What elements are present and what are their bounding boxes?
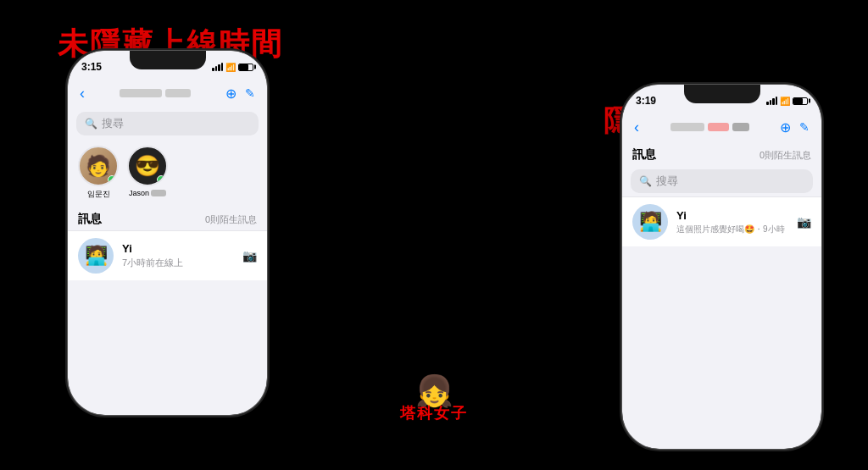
compose-icon-right[interactable]: ⊕	[780, 119, 791, 135]
msg-content-right: Yi 這個照片感覺好喝🤩・9小時	[676, 209, 788, 235]
edit-icon-right[interactable]: ✎	[799, 120, 810, 134]
edit-icon-left[interactable]: ✎	[245, 86, 255, 100]
phone-right: 3:19 📶 ‹	[622, 85, 821, 449]
nav-actions-left: ⊕ ✎	[225, 86, 255, 102]
online-dot-2	[157, 175, 165, 184]
message-row-left[interactable]: 🧑‍💻 Yi 7小時前在線上 📷	[68, 230, 267, 280]
back-button-right[interactable]: ‹	[634, 119, 639, 136]
scene: 未隱藏上線時間 隱藏上線時間後 3:15 📶	[0, 0, 868, 470]
section-header-right: 訊息 0則陌生訊息	[622, 146, 821, 166]
compose-icon-left[interactable]: ⊕	[225, 86, 236, 102]
section-title-right: 訊息	[632, 147, 656, 163]
nav-title-left	[120, 89, 191, 97]
msg-avatar-right: 🧑‍💻	[632, 204, 668, 240]
msg-avatar-left: 🧑‍💻	[78, 238, 114, 274]
section-sub-left: 0則陌生訊息	[205, 213, 257, 226]
notch-right	[684, 85, 760, 103]
story-item-2[interactable]: 😎 Jason	[127, 146, 168, 200]
search-icon-right: 🔍	[639, 175, 652, 187]
msg-preview-right: 這個照片感覺好喝🤩・9小時	[676, 224, 788, 235]
story-avatar-1: 🧑	[78, 146, 119, 186]
status-icons-left: 📶	[212, 63, 253, 72]
signal-bars-right	[766, 97, 777, 105]
search-text-right: 搜尋	[656, 174, 678, 189]
section-title-left: 訊息	[78, 212, 102, 227]
watermark-text: 塔科女子	[400, 403, 468, 423]
watermark: 👧 塔科女子	[400, 376, 468, 423]
story-avatar-2: 😎	[127, 146, 168, 186]
status-icons-right: 📶	[766, 97, 808, 106]
search-icon-left: 🔍	[85, 118, 97, 130]
search-text-left: 搜尋	[102, 116, 124, 131]
status-time-right: 3:19	[636, 95, 656, 107]
back-button-left[interactable]: ‹	[80, 85, 85, 102]
nav-bar-right: ‹ ⊕ ✎	[622, 112, 821, 142]
notch-left	[130, 51, 206, 69]
online-dot-1	[108, 175, 116, 184]
search-bar-right[interactable]: 🔍 搜尋	[631, 169, 813, 193]
msg-name-left: Yi	[122, 242, 234, 255]
search-bar-left[interactable]: 🔍 搜尋	[76, 112, 259, 135]
section-header-left: 訊息 0則陌生訊息	[68, 207, 267, 230]
msg-name-right: Yi	[676, 209, 788, 222]
battery-icon-left	[238, 64, 253, 71]
message-row-right[interactable]: 🧑‍💻 Yi 這個照片感覺好喝🤩・9小時 📷	[622, 196, 821, 246]
wifi-icon-left: 📶	[225, 63, 236, 72]
battery-icon-right	[793, 97, 808, 105]
camera-icon-left: 📷	[242, 249, 257, 263]
watermark-figure: 👧	[415, 376, 453, 406]
msg-content-left: Yi 7小時前在線上	[122, 242, 234, 269]
story-item-1[interactable]: 🧑 임문진	[78, 146, 119, 200]
phone-left: 3:15 📶 ‹	[68, 51, 267, 415]
wifi-icon-right: 📶	[780, 97, 790, 106]
section-sub-right: 0則陌生訊息	[760, 149, 811, 162]
story-name-2: Jason	[129, 189, 149, 197]
camera-icon-right: 📷	[797, 215, 811, 229]
story-row-left: 🧑 임문진 😎 Jason	[68, 139, 267, 207]
nav-title-right	[670, 123, 749, 131]
nav-actions-right: ⊕ ✎	[780, 119, 810, 135]
msg-preview-left: 7小時前在線上	[122, 257, 234, 269]
signal-bars-left	[212, 63, 223, 71]
status-time-left: 3:15	[81, 61, 102, 73]
nav-bar-left: ‹ ⊕ ✎	[68, 78, 267, 108]
story-name-1: 임문진	[87, 189, 110, 200]
